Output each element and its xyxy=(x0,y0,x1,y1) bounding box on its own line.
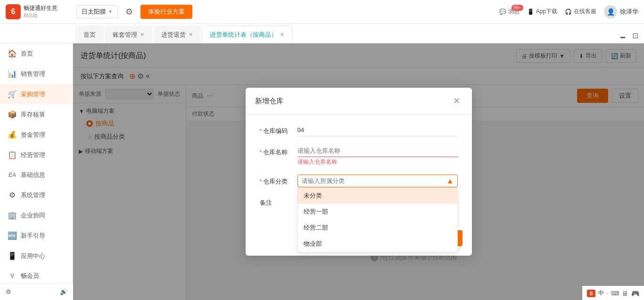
sidebar-item-system[interactable]: ⚙ 系统管理 xyxy=(0,185,73,205)
system-icon: ⚙ xyxy=(8,191,17,200)
tab-purchase-return-close-icon[interactable]: ✕ xyxy=(189,32,193,38)
tab-bar-right: 🗕 ⊡ xyxy=(617,30,644,43)
store-arrow-icon: ▼ xyxy=(108,9,113,14)
app-title: 畅捷通好生意 xyxy=(24,4,58,12)
note-label: 备注 xyxy=(260,196,297,207)
inventory-icon: 📦 xyxy=(8,110,17,119)
tab-purchase-return[interactable]: 进货退货 ✕ xyxy=(153,26,201,43)
apps-icon: 📱 xyxy=(8,251,17,260)
gamepad-icon: 🎮 xyxy=(631,290,639,297)
sidebar-speaker-icon[interactable]: 🔊 xyxy=(60,288,67,295)
tab-purchase-stats-close-icon[interactable]: ✕ xyxy=(280,32,284,38)
app-subtitle: 精品版 xyxy=(24,12,58,19)
modal-overlay: 新增仓库 ✕ 仓库编码 仓库名称 xyxy=(73,43,644,300)
tab-purchase-stats[interactable]: 进货单统计表（按商品） ✕ xyxy=(202,26,292,43)
sidebar-item-apps-label: 应用中心 xyxy=(21,252,45,260)
sidebar-item-member-label: 畅会员 xyxy=(21,272,39,280)
lang-icon[interactable]: 中 xyxy=(598,289,604,297)
sidebar-item-finance[interactable]: 💰 资金管理 xyxy=(0,125,73,145)
name-input[interactable] xyxy=(297,145,458,157)
member-icon: V xyxy=(8,273,17,279)
sidebar-item-sales[interactable]: 📊 销售管理 xyxy=(0,64,73,84)
modal-header: 新增仓库 ✕ xyxy=(246,88,472,115)
category-input[interactable] xyxy=(297,175,458,187)
form-row-name: 仓库名称 请输入仓库名称 xyxy=(260,145,458,166)
form-row-code: 仓库编码 xyxy=(260,124,458,136)
enterprise-icon: 🏢 xyxy=(8,211,17,220)
sidebar-item-purchase[interactable]: 🛒 采购管理 xyxy=(0,84,73,104)
sidebar-item-basic-info[interactable]: EA 基础信息 xyxy=(0,165,73,185)
modal-close-button[interactable]: ✕ xyxy=(451,95,462,107)
sidebar-item-home-label: 首页 xyxy=(21,50,33,58)
header-right: 💬 消息 99+ 📱 App下载 🎧 在线客服 👤 徐泽华 xyxy=(499,5,638,18)
name-error-msg: 请输入仓库名称 xyxy=(297,158,337,165)
header-center: 日太阳膜 ▼ ⚙ 体验行业方案 xyxy=(76,4,499,19)
modal-body: 仓库编码 仓库名称 请输入仓库名称 xyxy=(246,115,472,225)
user-avatar: 👤 xyxy=(604,5,617,18)
sidebar-item-enterprise[interactable]: 🏢 企业协同 xyxy=(0,205,73,225)
dot-icon: · xyxy=(607,290,608,297)
keyboard-icon[interactable]: ⌨ xyxy=(611,290,619,297)
basic-info-icon: EA xyxy=(8,172,17,178)
sidebar-item-operations-label: 经营管理 xyxy=(21,151,45,159)
category-dropdown-list: 未分类 经营一部 经营二部 物业部 xyxy=(297,187,458,252)
sidebar-item-home[interactable]: 🏠 首页 xyxy=(0,43,73,64)
settings-gear-button[interactable]: ⚙ xyxy=(122,4,137,19)
store-selector[interactable]: 日太阳膜 ▼ xyxy=(76,5,118,18)
trial-button[interactable]: 体验行业方案 xyxy=(140,5,192,19)
app-logo-icon: 6 xyxy=(6,4,21,19)
tab-minimize-icon[interactable]: 🗕 xyxy=(617,31,628,41)
headset-icon: 🎧 xyxy=(565,8,572,15)
code-label: 仓库编码 xyxy=(260,124,297,135)
message-badge: 99+ xyxy=(512,5,523,11)
tab-purchase-return-label: 进货退货 xyxy=(161,31,186,39)
app-download-button[interactable]: 📱 App下载 xyxy=(527,8,557,16)
sidebar-item-system-label: 系统管理 xyxy=(21,191,45,200)
category-arrow-icon[interactable]: ▲ xyxy=(446,177,454,185)
monitor-icon: 🖥 xyxy=(622,290,628,297)
category-option-dept1[interactable]: 经营一部 xyxy=(298,204,457,220)
name-label: 仓库名称 xyxy=(260,145,297,157)
logo-area: 6 畅捷通好生意 精品版 xyxy=(6,4,76,19)
tab-home-label: 首页 xyxy=(83,31,96,39)
tab-accounts-close-icon[interactable]: ✕ xyxy=(140,32,144,38)
sidebar-item-enterprise-label: 企业协同 xyxy=(21,211,45,220)
code-input[interactable] xyxy=(297,124,458,136)
purchase-icon: 🛒 xyxy=(8,90,17,99)
sidebar-item-inventory[interactable]: 📦 库存核算 xyxy=(0,104,73,125)
sidebar-item-guide[interactable]: 🆕 新手引导 xyxy=(0,225,73,246)
tab-home[interactable]: 首页 xyxy=(75,26,104,43)
tab-accounts-label: 账套管理 xyxy=(113,31,137,39)
category-option-unclassified[interactable]: 未分类 xyxy=(298,188,457,204)
username-label: 徐泽华 xyxy=(620,8,638,16)
sidebar-settings-icon[interactable]: ⚙ xyxy=(6,288,11,295)
sidebar-item-inventory-label: 库存核算 xyxy=(21,110,45,119)
store-name: 日太阳膜 xyxy=(82,8,106,16)
sidebar-item-operations[interactable]: 📋 经营管理 xyxy=(0,145,73,165)
tab-expand-icon[interactable]: ⊡ xyxy=(630,30,640,41)
sidebar-item-finance-label: 资金管理 xyxy=(21,131,45,139)
user-area[interactable]: 👤 徐泽华 xyxy=(604,5,638,18)
home-icon: 🏠 xyxy=(8,49,17,58)
category-option-dept2[interactable]: 经营二部 xyxy=(298,220,457,236)
sidebar-item-apps[interactable]: 📱 应用中心 xyxy=(0,246,73,266)
app-download-label: App下载 xyxy=(536,8,557,16)
operations-icon: 📋 xyxy=(8,150,17,159)
tab-accounts[interactable]: 账套管理 ✕ xyxy=(105,26,152,43)
category-option-dept3[interactable]: 物业部 xyxy=(298,236,457,252)
add-warehouse-modal: 新增仓库 ✕ 仓库编码 仓库名称 xyxy=(246,88,472,256)
message-button[interactable]: 💬 消息 99+ xyxy=(499,8,520,16)
top-header: 6 畅捷通好生意 精品版 日太阳膜 ▼ ⚙ 体验行业方案 💬 消息 99+ 📱 … xyxy=(0,0,644,24)
sidebar-item-purchase-label: 采购管理 xyxy=(21,90,45,99)
guide-icon: 🆕 xyxy=(8,231,17,240)
online-service-button[interactable]: 🎧 在线客服 xyxy=(565,8,596,16)
tab-purchase-stats-label: 进货单统计表（按商品） xyxy=(210,31,277,39)
main-layout: 🏠 首页 📊 销售管理 🛒 采购管理 📦 库存核算 💰 资金管理 📋 经营管理 … xyxy=(0,43,644,300)
message-icon: 💬 xyxy=(499,8,506,15)
tab-bar: 首页 账套管理 ✕ 进货退货 ✕ 进货单统计表（按商品） ✕ 🗕 ⊡ xyxy=(0,24,644,43)
status-bar: S 中 · ⌨ 🖥 🎮 xyxy=(582,286,644,300)
s-brand-icon: S xyxy=(587,290,595,297)
content-area: 进货单统计(按商品) 🖨 按模板打印 ▼ ⬇ 导出 🔄 刷新 xyxy=(73,43,644,300)
sidebar-item-guide-label: 新手引导 xyxy=(21,232,45,240)
category-dropdown-wrapper: ▲ 未分类 经营一部 经营二部 物业部 xyxy=(297,175,458,187)
